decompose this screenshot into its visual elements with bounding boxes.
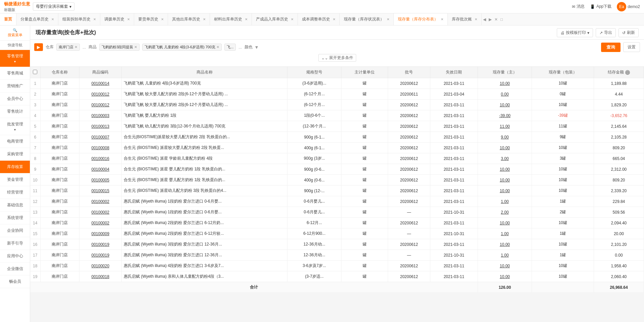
cell-qty-main[interactable]: 10.00 — [478, 164, 532, 175]
query-button[interactable]: 查询 — [601, 43, 621, 52]
cell-code[interactable]: 00100020 — [79, 261, 121, 271]
cell-code[interactable]: 00100009 — [79, 228, 121, 239]
cell-code[interactable]: 00100002 — [79, 196, 121, 207]
cell-qty-main[interactable]: 2.00 — [478, 207, 532, 218]
cell-code[interactable]: 00100019 — [79, 239, 121, 250]
sidebar-item-caigou[interactable]: 采购管理 — [0, 148, 30, 161]
cell-code[interactable]: 00100012 — [79, 100, 121, 110]
export-button[interactable]: ↗ 导出 — [596, 28, 616, 37]
cell-qty-main[interactable]: 1.00 — [478, 250, 532, 261]
cell-code[interactable]: 00100019 — [79, 250, 121, 261]
filter-dots-2[interactable]: ... — [238, 45, 242, 50]
cell-qty-main[interactable]: 10.00 — [478, 100, 532, 110]
cell-code[interactable]: 00100005 — [79, 175, 121, 185]
cell-qty-main[interactable]: 3.00 — [478, 153, 532, 164]
message-button[interactable]: ✉ 消息 — [572, 4, 585, 9]
cell-code[interactable]: 00100002 — [79, 207, 121, 218]
refresh-button[interactable]: ↺ 刷新 — [619, 28, 639, 37]
cell-qty-main[interactable]: 10.00 — [478, 218, 532, 228]
tab-close-icon[interactable]: ✕ — [51, 17, 54, 21]
cell-qty-main[interactable]: 10.00 — [478, 185, 532, 196]
cell-qty-main[interactable]: 10.00 — [478, 78, 532, 89]
cell-qty-main[interactable]: 11.00 — [478, 121, 532, 132]
sidebar-item-yingyong[interactable]: 应用中心 — [0, 250, 30, 263]
tab-qita[interactable]: 其他出库单历史 ✕ — [168, 13, 210, 25]
cell-qty-main[interactable]: 10.00 — [478, 143, 532, 153]
tab-close-all-button[interactable]: ✕ — [493, 17, 499, 22]
sidebar-item-xitong[interactable]: 系统管理 — [0, 212, 30, 224]
tab-xianzai2[interactable]: 现存量（库存分布表） ✕ — [394, 13, 448, 25]
sidebar-item-pifa[interactable]: 批发管理 ▾ — [0, 118, 30, 135]
print-button[interactable]: 🖨 按模板打印 ▾ — [557, 28, 593, 37]
user-avatar[interactable]: Ea demo2 — [617, 2, 640, 11]
cell-code[interactable]: 00100002 — [79, 218, 121, 228]
product-filter-more[interactable]: 飞... — [224, 44, 236, 51]
sidebar-item-huiyuan[interactable]: 会员中心 — [0, 93, 30, 105]
cell-code[interactable]: 00100018 — [79, 271, 121, 282]
sidebar-item-yingxiao[interactable]: 营销推广 — [0, 80, 30, 93]
tab-close-icon[interactable]: ✕ — [245, 17, 248, 21]
color-dropdown-arrow[interactable]: ▾ — [255, 44, 258, 50]
cell-qty-main[interactable]: 10.00 — [478, 261, 532, 271]
filter-expand-button[interactable]: ▶ — [34, 43, 43, 51]
sidebar-item-jichu[interactable]: 基础信息 — [0, 199, 30, 212]
settings-button[interactable]: 设置 — [623, 42, 640, 52]
tab-home[interactable]: 首页 — [0, 13, 16, 25]
remove-product-filter-1-icon[interactable]: ✕ — [134, 45, 137, 49]
tab-diaochai[interactable]: 调拨单历史 ✕ — [100, 13, 134, 25]
app-download-button[interactable]: 📱 App下载 — [590, 4, 611, 9]
warehouse-selector[interactable]: 母婴行业演示账套 ▾ — [33, 2, 74, 11]
sidebar-search[interactable]: 🔍 搜索菜单 — [0, 25, 30, 41]
tab-xianzai1[interactable]: 现存量（库存状况表） ✕ — [340, 13, 394, 25]
product-filter-tag-2[interactable]: 飞鹤星飞帆 儿童奶粉 4段(3-6岁适用) 700克 ✕ — [142, 44, 222, 51]
cell-qty-main[interactable]: 9.00 — [478, 132, 532, 143]
sidebar-item-xinshou[interactable]: 新手引导 — [0, 237, 30, 250]
cell-qty-main[interactable]: -39.00 — [478, 110, 532, 121]
tab-fenban[interactable]: 分量盘点单历史 ✕ — [16, 13, 58, 25]
tab-next-button[interactable]: ▶ — [487, 17, 493, 22]
cell-code[interactable]: 00100008 — [79, 143, 121, 153]
tab-close-icon[interactable]: ✕ — [441, 17, 443, 21]
tab-close-icon[interactable]: ✕ — [93, 17, 96, 21]
cell-qty-main[interactable]: 1.00 — [478, 228, 532, 239]
sidebar-item-weixin[interactable]: 企业微信 — [0, 263, 30, 275]
expand-more-button[interactable]: ⌄⌄ 展开更多条件 — [318, 54, 356, 62]
tab-close-icon[interactable]: ✕ — [333, 17, 335, 21]
sidebar-item-chaohui[interactable]: 畅会员 — [0, 275, 30, 288]
sidebar-item-kucun[interactable]: 库存核算 — [0, 161, 30, 173]
warehouse-filter-tag[interactable]: 南岸门店 ✕ — [56, 44, 80, 51]
sidebar-item-qiye[interactable]: 企业协同 — [0, 224, 30, 237]
select-all-checkbox[interactable] — [33, 70, 37, 74]
sidebar-item-jingying[interactable]: 经营管理 — [0, 186, 30, 199]
sidebar-item-lingxiao[interactable]: 零售管理 ▾ — [0, 50, 30, 67]
tab-prev-button[interactable]: ◀ — [482, 17, 487, 22]
filter-dots[interactable]: ... — [83, 45, 86, 50]
sidebar-item-zijin[interactable]: 资金管理 — [0, 173, 30, 186]
tab-cailiao[interactable]: 材料出库单历史 ✕ — [210, 13, 252, 25]
tab-close-icon[interactable]: ✕ — [387, 17, 389, 21]
tab-kupi[interactable]: 库存批次账 ✕ — [448, 13, 482, 25]
tab-close-icon[interactable]: ✕ — [161, 17, 164, 21]
tab-chanjin[interactable]: 产成品入库单历史 ✕ — [252, 13, 298, 25]
tab-close-icon[interactable]: ✕ — [127, 17, 130, 21]
cell-code[interactable]: 00100007 — [79, 132, 121, 143]
col-checkbox[interactable] — [30, 67, 40, 78]
tab-close-icon[interactable]: ✕ — [291, 17, 293, 21]
sidebar-item-shangcheng[interactable]: 零售商城 — [0, 67, 30, 80]
cell-code[interactable]: 00100016 — [79, 153, 121, 164]
amount-info-icon[interactable]: ⓘ — [625, 70, 630, 75]
tab-zuche[interactable]: 组装拆卸单历史 ✕ — [58, 13, 100, 25]
cell-code[interactable]: 00100003 — [79, 110, 121, 121]
tab-menu-button[interactable]: □ — [499, 17, 504, 22]
cell-code[interactable]: 00100015 — [79, 185, 121, 196]
tab-close-icon[interactable]: ✕ — [203, 17, 206, 21]
remove-warehouse-filter-icon[interactable]: ✕ — [74, 45, 77, 49]
remove-product-filter-2-icon[interactable]: ✕ — [216, 45, 219, 49]
cell-qty-main[interactable]: 10.00 — [478, 239, 532, 250]
product-filter-tag-1[interactable]: 飞鹤奶粉3段同提装 ✕ — [99, 44, 140, 51]
cell-qty-main[interactable]: 10.00 — [478, 271, 532, 282]
tab-yaozhuo[interactable]: 要货单历史 ✕ — [134, 13, 168, 25]
sidebar-item-tongji[interactable]: 零售统计 — [0, 105, 30, 118]
cell-code[interactable]: 00100012 — [79, 89, 121, 100]
tab-chengben[interactable]: 成本调整单历史 ✕ — [298, 13, 340, 25]
